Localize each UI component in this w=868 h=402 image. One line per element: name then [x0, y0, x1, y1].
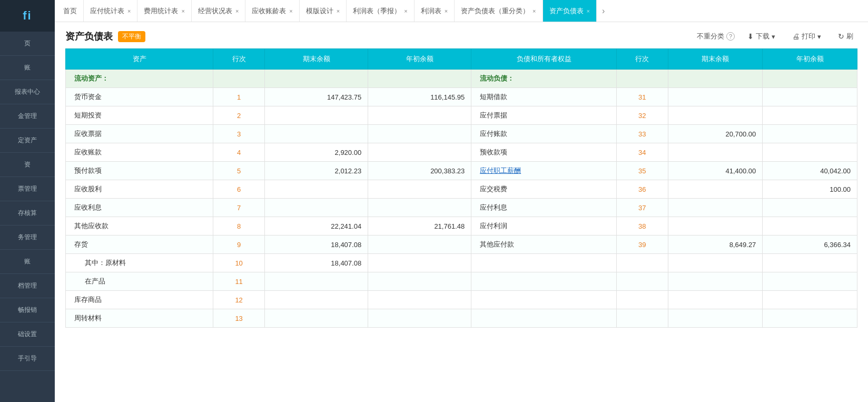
left-item: 在产品 [66, 272, 213, 291]
sidebar-item-invoice[interactable]: 票管理 [0, 177, 55, 201]
tab-balance[interactable]: 资产负债表 × [543, 0, 597, 22]
col-liabilities: 负债和所有者权益 [471, 49, 617, 70]
left-item: 应收股利 [66, 180, 213, 199]
right-row-num: 32 [616, 106, 668, 125]
col-start-balance-left: 年初余额 [368, 49, 471, 70]
sidebar-item-ledger[interactable]: 账 [0, 250, 55, 274]
section-right-label: 流动负债： [471, 70, 617, 88]
table-row: 其他应收款 8 22,241.04 21,761.48 应付利润 38 [66, 217, 857, 236]
sidebar-item-assets[interactable]: 定资产 [0, 129, 55, 153]
balance-sheet-table: 资产 行次 期末余额 年初余额 负债和所有者权益 行次 期末余额 年初余额 流动… [65, 48, 857, 328]
tab-receivable-aging[interactable]: 应收账龄表 × [245, 0, 299, 22]
tab-profit-quarterly[interactable]: 利润表（季报） × [347, 0, 414, 22]
close-icon[interactable]: × [181, 8, 184, 14]
close-icon[interactable]: × [445, 8, 448, 14]
left-start-balance: 116,145.95 [368, 88, 471, 106]
tab-scroll-right[interactable]: › [597, 6, 610, 16]
page-header: 资产负债表 不平衡 不重分类 ? ⬇ 下载 ▾ 🖨 打印 ▾ [55, 22, 868, 48]
sidebar-item-inventory[interactable]: 存核算 [0, 201, 55, 225]
left-item: 其他应收款 [66, 217, 213, 236]
left-item: 其中：原材料 [66, 254, 213, 272]
sidebar-item-finance[interactable]: 金管理 [0, 104, 55, 129]
left-item: 短期投资 [66, 106, 213, 125]
sidebar-item-docs[interactable]: 档管理 [0, 274, 55, 298]
left-item: 应收账款 [66, 143, 213, 162]
tab-balance-reclassified[interactable]: 资产负债表（重分类） × [455, 0, 542, 22]
table-row: 存货 9 18,407.08 其他应付款 39 8,649.27 6,366.3… [66, 236, 857, 254]
tab-home[interactable]: 首页 [57, 0, 84, 22]
table-row: 周转材料 13 [66, 309, 857, 328]
left-item: 应收票据 [66, 125, 213, 143]
sidebar-item-capital[interactable]: 资 [0, 153, 55, 177]
refresh-button[interactable]: ↻ 刷 [834, 30, 857, 43]
col-end-balance-left: 期末余额 [265, 49, 368, 70]
sidebar-item-account[interactable]: 账 [0, 56, 55, 80]
sidebar-item-home[interactable]: 页 [0, 32, 55, 56]
page-title: 资产负债表 [65, 30, 113, 43]
right-item: 应交税费 [471, 180, 617, 199]
table-row: 短期投资 2 应付票据 32 [66, 106, 857, 125]
sidebar-item-guide[interactable]: 手引导 [0, 347, 55, 371]
main-content: 首页 应付统计表 × 费用统计表 × 经营状况表 × 应收账龄表 × 模版设计 … [55, 0, 868, 402]
sidebar-item-settings[interactable]: 础设置 [0, 322, 55, 347]
close-icon[interactable]: × [235, 8, 239, 14]
download-button[interactable]: ⬇ 下载 ▾ [743, 30, 780, 43]
left-row-num: 1 [213, 88, 265, 106]
print-label: 打印 [802, 32, 815, 41]
table-row: 应收股利 6 应交税费 36 100.00 [66, 180, 857, 199]
col-start-balance-right: 年初余额 [763, 49, 857, 70]
right-item: 应付账款 [471, 125, 617, 143]
left-item: 存货 [66, 236, 213, 254]
not-categorized-label: 不重分类 [697, 32, 724, 41]
refresh-label: 刷 [846, 32, 853, 41]
col-row-num-left: 行次 [213, 49, 265, 70]
right-item: 其他应付款 [471, 236, 617, 254]
close-icon[interactable]: × [587, 8, 590, 14]
tab-expense-stats[interactable]: 费用统计表 × [137, 0, 191, 22]
sidebar-item-reports[interactable]: 报表中心 [0, 80, 55, 104]
left-item: 货币资金 [66, 88, 213, 106]
download-icon: ⬇ [747, 32, 754, 41]
right-item: 应付利息 [471, 199, 617, 217]
tab-payable-stats[interactable]: 应付统计表 × [84, 0, 137, 22]
tab-template-design[interactable]: 模版设计 × [300, 0, 347, 22]
unbalanced-badge: 不平衡 [118, 31, 145, 42]
table-row: 应收票据 3 应付账款 33 20,700.00 [66, 125, 857, 143]
tab-bar: 首页 应付统计表 × 费用统计表 × 经营状况表 × 应收账龄表 × 模版设计 … [55, 0, 868, 22]
left-item: 应收利息 [66, 199, 213, 217]
page-title-group: 资产负债表 不平衡 [65, 30, 145, 43]
left-item: 库存商品 [66, 291, 213, 309]
print-chevron: ▾ [817, 33, 821, 41]
table-row: 应收账款 4 2,920.00 预收款项 34 [66, 143, 857, 162]
close-icon[interactable]: × [127, 8, 131, 14]
table-row: 库存商品 12 [66, 291, 857, 309]
payroll-link[interactable]: 应付职工薪酬 [480, 166, 521, 174]
right-start-balance [763, 88, 857, 106]
download-label: 下载 [756, 32, 770, 41]
table-row: 应收利息 7 应付利息 37 [66, 199, 857, 217]
refresh-icon: ↻ [838, 32, 844, 41]
right-item: 应付职工薪酬 [471, 162, 617, 180]
right-item: 应付票据 [471, 106, 617, 125]
tab-operation[interactable]: 经营状况表 × [192, 0, 245, 22]
sidebar-item-tax[interactable]: 务管理 [0, 225, 55, 250]
left-item: 预付款项 [66, 162, 213, 180]
right-item: 预收款项 [471, 143, 617, 162]
close-icon[interactable]: × [404, 8, 407, 14]
sidebar: fi 页 账 报表中心 金管理 定资产 资 票管理 存核算 务管理 账 档管理 … [0, 0, 55, 402]
help-icon[interactable]: ? [726, 32, 735, 41]
close-icon[interactable]: × [289, 8, 292, 14]
right-end-balance [668, 88, 763, 106]
sidebar-item-expense[interactable]: 畅报销 [0, 298, 55, 322]
close-icon[interactable]: × [532, 8, 536, 14]
page-actions: 不重分类 ? ⬇ 下载 ▾ 🖨 打印 ▾ ↻ 刷 [697, 30, 857, 43]
table-row: 预付款项 5 2,012.23 200,383.23 应付职工薪酬 35 41,… [66, 162, 857, 180]
col-row-num-right: 行次 [616, 49, 668, 70]
tab-profit[interactable]: 利润表 × [415, 0, 455, 22]
left-item: 周转材料 [66, 309, 213, 328]
print-icon: 🖨 [792, 32, 800, 41]
print-button[interactable]: 🖨 打印 ▾ [788, 30, 825, 43]
section-left-label: 流动资产： [66, 70, 213, 88]
not-categorized-section: 不重分类 ? [697, 32, 735, 41]
close-icon[interactable]: × [337, 8, 340, 14]
